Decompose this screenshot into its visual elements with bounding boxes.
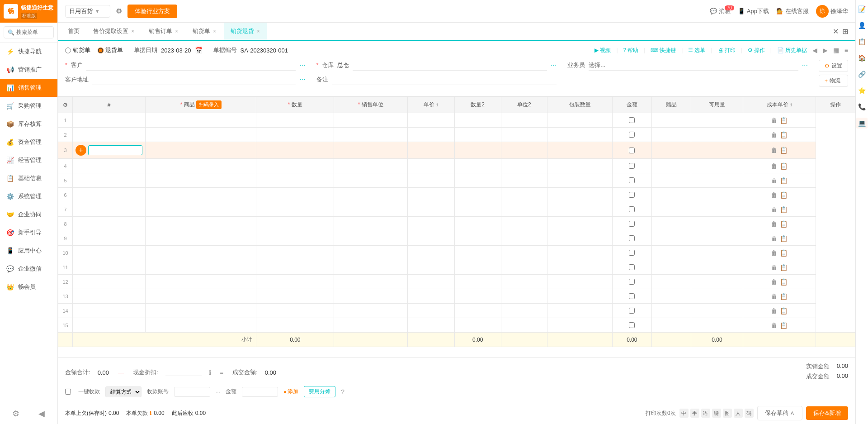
gift-cell[interactable] — [612, 246, 651, 260]
online-service-button[interactable]: 💁 在线客服 — [776, 7, 809, 15]
copy-row-button-6[interactable]: 📋 — [780, 191, 788, 199]
gift-checkbox-6[interactable] — [629, 192, 635, 198]
unit-cell[interactable] — [256, 188, 334, 202]
product-cell[interactable] — [73, 260, 146, 275]
unit-cell[interactable] — [256, 159, 334, 173]
close-price-setting-tab[interactable]: × — [130, 27, 135, 35]
delete-row-button-3[interactable]: 🗑 — [771, 147, 777, 154]
unit-input-6[interactable] — [282, 192, 309, 198]
qty-input-12[interactable] — [187, 279, 214, 285]
unit-cell[interactable] — [256, 142, 334, 159]
product-cell[interactable] — [73, 289, 146, 304]
next-record-button[interactable]: ▶ — [823, 47, 828, 54]
unit-input-14[interactable] — [282, 308, 309, 314]
price-info-icon[interactable]: ℹ — [436, 102, 438, 107]
print-button[interactable]: 🖨 打印 — [718, 47, 736, 54]
delete-row-button-6[interactable]: 🗑 — [771, 191, 777, 199]
radio-return-input[interactable] — [98, 48, 104, 53]
add-row-button[interactable]: + — [75, 145, 86, 156]
address-select-icon[interactable]: ··· — [299, 76, 305, 84]
unit-input-4[interactable] — [282, 163, 309, 169]
unit-cell[interactable] — [256, 217, 334, 231]
qty-cell[interactable] — [146, 202, 256, 217]
warehouse-input[interactable] — [353, 60, 547, 71]
sidebar-item-finance[interactable]: 💰 资金管理 — [0, 133, 57, 151]
delete-row-button-2[interactable]: 🗑 — [771, 131, 777, 138]
close-sales-return-tab[interactable]: × — [256, 27, 261, 35]
gift-checkbox-3[interactable] — [629, 148, 635, 153]
qty2-cell[interactable] — [407, 113, 454, 128]
qty-input-4[interactable] — [187, 163, 214, 169]
gift-checkbox-12[interactable] — [629, 279, 635, 285]
gift-checkbox-11[interactable] — [629, 264, 635, 270]
qty-input-13[interactable] — [187, 293, 214, 300]
gift-cell[interactable] — [612, 188, 651, 202]
unit-input-5[interactable] — [282, 177, 309, 184]
qty2-cell[interactable] — [407, 289, 454, 304]
sidebar-item-member[interactable]: 👑 畅会员 — [0, 278, 57, 296]
price-cell[interactable] — [334, 159, 407, 173]
delete-row-button-4[interactable]: 🗑 — [771, 162, 777, 170]
product-cell[interactable] — [73, 246, 146, 260]
qty2-cell[interactable] — [407, 246, 454, 260]
settings-bottom-button[interactable]: ⚙ — [4, 407, 28, 420]
unit-cell[interactable] — [256, 275, 334, 289]
unit-cell[interactable] — [256, 318, 334, 333]
product-input-8[interactable] — [75, 221, 142, 227]
product-input-1[interactable] — [75, 117, 142, 124]
delete-row-button-15[interactable]: 🗑 — [771, 322, 777, 329]
th-gear[interactable]: ⚙ — [58, 97, 73, 113]
select-button[interactable]: ☰ 选单 — [688, 47, 705, 54]
copy-row-button-12[interactable]: 📋 — [780, 278, 788, 286]
tab-sales-order[interactable]: 销售订单 × — [142, 23, 185, 41]
qty2-cell[interactable] — [407, 159, 454, 173]
qty-cell[interactable] — [146, 159, 256, 173]
gift-cell[interactable] — [612, 159, 651, 173]
grid-view-button[interactable]: ▦ — [833, 47, 839, 54]
customer-select-icon[interactable]: ··· — [299, 61, 305, 69]
delete-row-button-1[interactable]: 🗑 — [771, 117, 777, 124]
copy-row-button-9[interactable]: 📋 — [780, 235, 788, 242]
qty-cell[interactable] — [146, 173, 256, 188]
right-icon-2[interactable]: 👤 — [856, 20, 868, 31]
gift-checkbox-8[interactable] — [629, 221, 635, 227]
qty-cell[interactable] — [146, 275, 256, 289]
sidebar-item-appstore[interactable]: 📱 应用中心 — [0, 242, 57, 260]
product-input-15[interactable] — [75, 322, 142, 329]
save-draft-button[interactable]: 保存草稿 ∧ — [757, 406, 803, 420]
sidebar-item-marketing[interactable]: 📢 营销推广 — [0, 61, 57, 79]
delete-row-button-5[interactable]: 🗑 — [771, 177, 777, 184]
qty-input-3[interactable] — [187, 147, 214, 153]
split-button[interactable]: 费用分摊 — [304, 386, 335, 397]
price-cell[interactable] — [334, 246, 407, 260]
list-view-button[interactable]: ≡ — [844, 47, 848, 54]
close-tab-button[interactable]: ✕ — [833, 27, 839, 36]
qty-cell[interactable] — [146, 260, 256, 275]
unit-cell[interactable] — [256, 173, 334, 188]
gift-checkbox-5[interactable] — [629, 177, 635, 183]
amount-input[interactable] — [242, 387, 278, 397]
qty-input-5[interactable] — [187, 177, 214, 184]
price-cell[interactable] — [334, 113, 407, 128]
delete-row-button-9[interactable]: 🗑 — [771, 235, 777, 242]
gift-cell[interactable] — [612, 142, 651, 159]
product-cell[interactable] — [73, 173, 146, 188]
gift-cell[interactable] — [612, 173, 651, 188]
unit-input-10[interactable] — [282, 250, 309, 256]
unit-input-3[interactable] — [282, 147, 309, 153]
staff-select-icon[interactable]: ··· — [802, 61, 808, 69]
radio-sale[interactable]: 销货单 — [65, 46, 90, 54]
gear-button[interactable]: ⚙ — [114, 5, 124, 17]
delete-row-button-7[interactable]: 🗑 — [771, 206, 777, 213]
tool-voice[interactable]: 语 — [701, 409, 710, 418]
qty-input-15[interactable] — [187, 322, 214, 329]
qty2-cell[interactable] — [407, 260, 454, 275]
tool-qr[interactable]: 码 — [745, 409, 754, 418]
copy-row-button-11[interactable]: 📋 — [780, 264, 788, 271]
unit-cell[interactable] — [256, 304, 334, 318]
delete-row-button-14[interactable]: 🗑 — [771, 307, 777, 314]
product-cell[interactable]: + — [73, 142, 146, 159]
product-cell[interactable] — [73, 275, 146, 289]
unit-cell[interactable] — [256, 289, 334, 304]
product-input-11[interactable] — [75, 264, 142, 271]
